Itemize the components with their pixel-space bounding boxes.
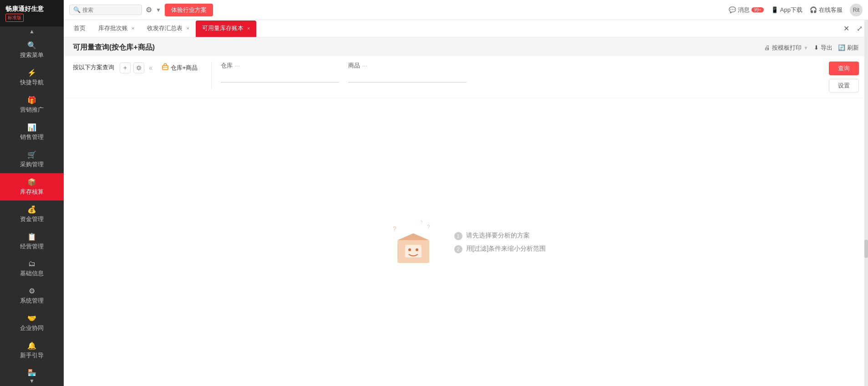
svg-text:?: ? xyxy=(427,224,430,230)
print-label: 按模板打印 xyxy=(772,44,802,52)
svg-text:?: ? xyxy=(420,220,423,225)
tab-available-close[interactable]: × xyxy=(247,26,250,31)
sidebar-item-enterprise[interactable]: 🤝 企业协同 xyxy=(0,309,64,337)
tab-available[interactable]: 可用量库存账本 × xyxy=(196,21,256,37)
close-tab-button[interactable]: ✕ xyxy=(842,22,851,35)
sidebar-item-system[interactable]: ⚙ 系统管理 xyxy=(0,282,64,309)
sidebar: 畅康通好生意 标准版 ▲ 🔍 搜索菜单 ⚡ 快捷导航 🎁 营销推广 📊 销售管理… xyxy=(0,0,64,386)
sidebar-item-label: 快捷导航 xyxy=(20,78,44,87)
tabs-right-controls: ✕ ⤢ xyxy=(842,22,864,35)
shortcut-icon: ⚡ xyxy=(27,68,36,77)
tip-number-1: 1 xyxy=(454,232,462,240)
setting-button[interactable]: 设置 xyxy=(829,79,859,93)
tab-summary-close[interactable]: × xyxy=(186,26,189,31)
sidebar-logo: 畅康通好生意 标准版 xyxy=(0,0,64,26)
page-header: 可用量查询(按仓库+商品) 🖨 按模板打印 ▼ ⬇ 导出 🔄 刷新 xyxy=(64,37,868,56)
collapse-panel-button[interactable]: « xyxy=(147,62,154,73)
search-input[interactable] xyxy=(82,7,132,13)
query-schemes: ＋ « 仓库+商品 xyxy=(120,62,202,74)
empty-illustration: ? ? ? xyxy=(386,215,441,270)
scheme-warehouse-product[interactable]: 仓库+商品 xyxy=(157,62,203,74)
sidebar-nav: 🔍 搜索菜单 ⚡ 快捷导航 🎁 营销推广 📊 销售管理 🛒 采购管理 📦 库存核… xyxy=(0,36,64,376)
app-download-action[interactable]: 📱 App下载 xyxy=(771,6,802,14)
print-dropdown-icon[interactable]: ▼ xyxy=(803,45,808,51)
tab-batch[interactable]: 库存批次账 × xyxy=(92,21,141,37)
basic-icon: 🗂 xyxy=(28,260,36,268)
message-action[interactable]: 💬 消息 99+ xyxy=(729,6,764,14)
sidebar-scroll-down[interactable]: ▼ xyxy=(0,376,64,386)
sidebar-item-label: 新手引导 xyxy=(20,351,44,360)
online-service-action[interactable]: 🎧 在线客服 xyxy=(810,6,843,14)
phone-icon: 📱 xyxy=(771,6,778,13)
tab-batch-close[interactable]: × xyxy=(132,26,134,31)
top-bar: 🔍 ⚙ ▼ 体验行业方案 💬 消息 99+ 📱 App下载 🎧 在线客服 Rit xyxy=(64,0,868,20)
product-input[interactable] xyxy=(348,72,467,82)
empty-tip-1: 1 请先选择要分析的方案 xyxy=(454,232,546,240)
warehouse-input[interactable] xyxy=(221,72,339,82)
svg-point-7 xyxy=(416,248,418,251)
tab-summary[interactable]: 收发存汇总表 × xyxy=(141,21,195,37)
query-actions: 查询 设置 xyxy=(829,62,859,93)
sidebar-item-newbie[interactable]: 🔔 新手引导 xyxy=(0,337,64,364)
finance-icon: 💰 xyxy=(27,205,36,214)
config-scheme-button[interactable] xyxy=(133,62,144,73)
refresh-action[interactable]: 🔄 刷新 xyxy=(838,44,859,52)
newbie-icon: 🔔 xyxy=(27,341,36,350)
user-name: Rit xyxy=(853,7,860,13)
sidebar-item-basic[interactable]: 🗂 基础信息 xyxy=(0,255,64,282)
tab-available-label: 可用量库存账本 xyxy=(202,24,244,32)
sidebar-item-marketing[interactable]: 🎁 营销推广 xyxy=(0,91,64,118)
right-scrollbar[interactable] xyxy=(864,20,868,386)
settings-icon[interactable]: ⚙ xyxy=(146,5,152,14)
tab-home[interactable]: 首页 xyxy=(67,21,92,37)
export-action[interactable]: ⬇ 导出 xyxy=(814,44,832,52)
sidebar-item-operation[interactable]: 📋 经营管理 xyxy=(0,228,64,255)
sidebar-item-appstore[interactable]: 🏪 应用中心 xyxy=(0,364,64,376)
settings-icon xyxy=(136,65,142,71)
print-action[interactable]: 🖨 按模板打印 ▼ xyxy=(764,44,808,52)
sidebar-scroll-up[interactable]: ▲ xyxy=(0,26,64,36)
marketing-icon: 🎁 xyxy=(27,96,36,104)
system-icon: ⚙ xyxy=(29,287,35,295)
tab-batch-label: 库存批次账 xyxy=(98,24,128,32)
warehouse-label: 仓库 xyxy=(221,62,233,70)
expand-tab-button[interactable]: ⤢ xyxy=(855,22,864,35)
refresh-label: 刷新 xyxy=(847,44,859,52)
sidebar-item-search[interactable]: 🔍 搜索菜单 xyxy=(0,36,64,64)
scheme-icon xyxy=(162,63,169,72)
app-download-label: App下载 xyxy=(780,6,802,14)
warehouse-more-icon[interactable]: ··· xyxy=(234,62,240,69)
product-more-icon[interactable]: ··· xyxy=(362,62,367,69)
query-button[interactable]: 查询 xyxy=(829,62,859,75)
sidebar-item-label: 经营管理 xyxy=(20,242,44,251)
sidebar-item-label: 采购管理 xyxy=(20,160,44,169)
search-icon: 🔍 xyxy=(27,41,36,50)
scrollbar-thumb[interactable] xyxy=(864,240,868,258)
sidebar-item-finance[interactable]: 💰 资金管理 xyxy=(0,201,64,228)
top-bar-actions: 💬 消息 99+ 📱 App下载 🎧 在线客服 Rit xyxy=(729,4,863,16)
empty-svg: ? ? ? xyxy=(386,215,441,270)
headset-icon: 🎧 xyxy=(810,6,817,13)
sidebar-item-shortcut[interactable]: ⚡ 快捷导航 xyxy=(0,64,64,91)
sidebar-item-label: 销售管理 xyxy=(20,133,44,141)
sidebar-item-label: 资金管理 xyxy=(20,215,44,223)
svg-point-0 xyxy=(137,67,140,69)
page-content: 可用量查询(按仓库+商品) 🖨 按模板打印 ▼ ⬇ 导出 🔄 刷新 按以下方 xyxy=(64,37,868,386)
sidebar-item-purchase[interactable]: 🛒 采购管理 xyxy=(0,146,64,173)
avatar[interactable]: Rit xyxy=(850,4,863,16)
warehouse-field: 仓库 ··· xyxy=(221,62,339,82)
tip-text-2: 用[过滤]条件来缩小分析范围 xyxy=(466,245,546,253)
product-field: 商品 ··· xyxy=(348,62,467,82)
add-scheme-button[interactable]: ＋ xyxy=(120,62,131,73)
search-box[interactable]: 🔍 xyxy=(69,5,142,15)
industry-solution-button[interactable]: 体验行业方案 xyxy=(165,4,213,16)
sidebar-item-label: 库存核算 xyxy=(20,188,44,196)
sidebar-item-sales[interactable]: 📊 销售管理 xyxy=(0,118,64,146)
empty-tip-2: 2 用[过滤]条件来缩小分析范围 xyxy=(454,245,546,253)
inventory-icon: 📦 xyxy=(27,178,36,186)
dropdown-arrow-icon[interactable]: ▼ xyxy=(156,7,161,13)
operation-icon: 📋 xyxy=(27,232,36,241)
sidebar-item-label: 基础信息 xyxy=(20,269,44,278)
sidebar-item-inventory[interactable]: 📦 库存核算 xyxy=(0,173,64,201)
page-title: 可用量查询(按仓库+商品) xyxy=(73,43,155,52)
